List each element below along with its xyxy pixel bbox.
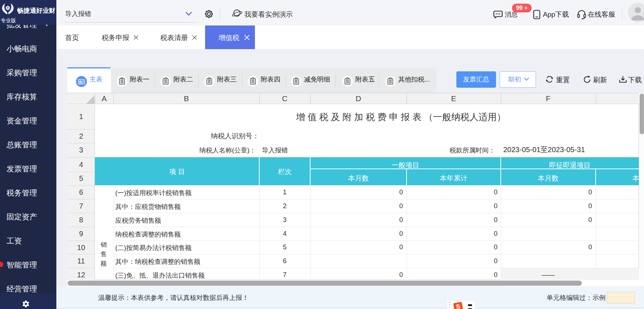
svg-text:税: 税: [79, 80, 82, 84]
